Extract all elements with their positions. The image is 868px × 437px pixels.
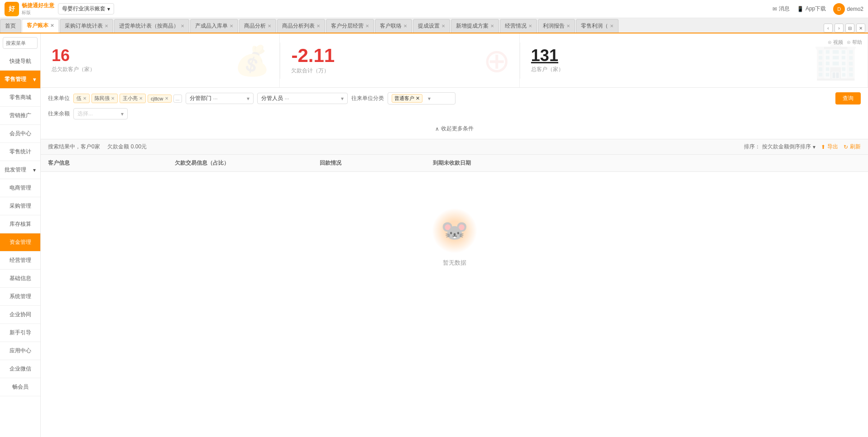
top-bar-right: ✉ 消息 📱 App下载 D demo2 — [772, 3, 863, 15]
tab-customer-contact-close[interactable]: ✕ — [403, 24, 407, 28]
tab-business-status-close[interactable]: ✕ — [528, 24, 532, 28]
tab-incoming-stats-close[interactable]: ✕ — [181, 24, 184, 28]
tab-profit-report-close[interactable]: ✕ — [566, 24, 570, 28]
tab-new-promotion[interactable]: 新增提成方案 ✕ — [451, 19, 499, 33]
tab-profit-report-label: 利润报告 — [543, 22, 565, 30]
sidebar-item-enterprise-wechat[interactable]: 企业微信 — [0, 360, 40, 378]
sidebar-item-quick-nav[interactable]: 快捷导航 — [0, 52, 40, 71]
tab-profit-report[interactable]: 利润报告 ✕ — [538, 19, 575, 33]
sidebar-item-retail-mgmt[interactable]: 零售管理 ▾ — [0, 71, 40, 89]
sidebar-item-purchase[interactable]: 采购管理 — [0, 197, 40, 215]
stat-total-clients-label: 总客户（家） — [531, 66, 564, 73]
sidebar-item-system-label: 系统管理 — [10, 293, 31, 300]
tab-customer-tier-label: 客户分层经营 — [331, 22, 364, 30]
customers-bg-icon: 💰 — [234, 43, 270, 77]
tab-retail-profit[interactable]: 零售利润（ ✕ — [576, 19, 619, 33]
dept-dots: ··· — [213, 95, 218, 102]
tab-business-status[interactable]: 经营情况 ✕ — [500, 19, 537, 33]
sidebar-item-inventory[interactable]: 库存核算 — [0, 215, 40, 233]
stat-actions: ⊙ 视频 ⊙ 帮助 — [828, 39, 862, 46]
tab-next-button[interactable]: › — [834, 24, 844, 33]
unit-type-arrow: ▾ — [428, 95, 431, 102]
tab-home[interactable]: 首页 — [0, 19, 21, 33]
sidebar-item-operations[interactable]: 经营管理 — [0, 252, 40, 270]
tab-accounts[interactable]: 客户账本 ✕ — [22, 19, 59, 33]
search-input[interactable] — [3, 37, 38, 49]
tab-promotion-settings-close[interactable]: ✕ — [441, 24, 445, 28]
top-bar: 好 畅捷通好生意 标版 母婴行业演示账套 ▾ ✉ 消息 📱 App下载 D de… — [0, 0, 868, 18]
account-selector[interactable]: 母婴行业演示账套 ▾ — [58, 3, 114, 14]
tab-customer-tier[interactable]: 客户分层经营 ✕ — [326, 19, 374, 33]
message-icon: ✉ — [772, 6, 777, 12]
sidebar-item-marketing[interactable]: 营销推广 — [0, 107, 40, 125]
remove-tag-cjttcw[interactable]: ✕ — [165, 96, 168, 101]
stats-row: 16 总欠款客户（家） 💰 -2.11 欠款合计（万） ⊕ 131 总客户 — [41, 33, 868, 88]
tab-accounts-close[interactable]: ✕ — [50, 23, 54, 28]
stat-total-debt: -2.11 欠款合计（万） ⊕ — [280, 33, 519, 87]
stat-total-customers-value[interactable]: 16 — [52, 48, 95, 64]
download-icon: 📱 — [797, 6, 804, 12]
results-summary: 搜索结果中，客户0家 欠款金额 0.00元 — [48, 143, 147, 151]
remove-tag-chen[interactable]: ✕ — [111, 96, 115, 101]
tab-product-analysis[interactable]: 商品分析 ✕ — [239, 19, 276, 33]
stat-total-debt-content: -2.11 欠款合计（万） — [291, 46, 335, 75]
sidebar-item-retail-mall-label: 零售商城 — [10, 94, 31, 101]
sidebar-item-app-center[interactable]: 应用中心 — [0, 342, 40, 360]
tab-promotion-settings[interactable]: 提成设置 ✕ — [413, 19, 450, 33]
tab-incoming-stats[interactable]: 进货单统计表（按商品） ✕ — [114, 19, 189, 33]
stat-total-clients: 131 总客户（家） 🏢 ⊙ 视频 ⊙ 帮助 — [520, 33, 868, 87]
tab-customer-tier-close[interactable]: ✕ — [365, 24, 369, 28]
sidebar-item-retail-stats[interactable]: 零售统计 — [0, 143, 40, 161]
help-link[interactable]: ⊙ 帮助 — [847, 39, 862, 46]
stat-total-clients-value[interactable]: 131 — [531, 48, 564, 64]
sidebar-item-basic-info-label: 基础信息 — [10, 275, 31, 282]
sort-selector[interactable]: 排序： 按欠款金额倒序排序 ▾ — [744, 143, 815, 151]
tab-product-instock-close[interactable]: ✕ — [230, 24, 233, 28]
filter-more-btn[interactable]: ... — [173, 95, 182, 103]
query-button[interactable]: 查询 — [835, 92, 861, 104]
tab-product-analysis-list[interactable]: 商品分析列表 ✕ — [277, 19, 325, 33]
tab-product-analysis-close[interactable]: ✕ — [268, 24, 271, 28]
sidebar-item-new-guide[interactable]: 新手引导 — [0, 324, 40, 342]
collapse-button[interactable]: ∧ 收起更多条件 — [435, 123, 474, 134]
stat-total-customers-label: 总欠款客户（家） — [52, 66, 95, 73]
sidebar-item-enterprise-collab[interactable]: 企业协同 — [0, 306, 40, 324]
remove-tag-wang[interactable]: ✕ — [139, 96, 143, 101]
sidebar-item-wholesale[interactable]: 批发管理 ▾ — [0, 161, 40, 179]
remove-unit-type-tag[interactable]: ✕ — [416, 95, 420, 101]
sidebar-item-finance[interactable]: 资金管理 — [0, 233, 40, 252]
tab-prev-button[interactable]: ‹ — [824, 24, 833, 33]
tab-customer-contact[interactable]: 客户联络 ✕ — [375, 19, 412, 33]
remove-tag-wu[interactable]: ✕ — [83, 96, 86, 101]
tab-retail-profit-close[interactable]: ✕ — [610, 24, 614, 28]
tab-business-status-label: 经营情况 — [505, 22, 527, 30]
sidebar-item-members[interactable]: 会员中心 — [0, 125, 40, 143]
unit-type-selector[interactable]: 普通客户 ✕ ▾ — [388, 92, 456, 104]
message-button[interactable]: ✉ 消息 — [772, 5, 790, 13]
tab-close-all-button[interactable]: ✕ — [856, 24, 865, 33]
refresh-button[interactable]: ↻ 刷新 — [844, 143, 861, 151]
video-link[interactable]: ⊙ 视频 — [828, 39, 843, 46]
export-button[interactable]: ⬆ 导出 — [821, 143, 838, 151]
dept-selector[interactable]: 分管部门 ··· ▾ — [186, 93, 254, 104]
main-layout: 快捷导航 零售管理 ▾ 零售商城 营销推广 会员中心 零售统计 批发管理 ▾ 电… — [0, 33, 868, 437]
balance-selector[interactable]: 选择... ▾ — [73, 108, 128, 119]
sidebar-item-ecommerce[interactable]: 电商管理 — [0, 179, 40, 197]
sidebar-item-member-card[interactable]: 畅会员 — [0, 378, 40, 396]
sidebar-item-basic-info[interactable]: 基础信息 — [0, 270, 40, 288]
tab-product-instock[interactable]: 产成品入库单 ✕ — [190, 19, 238, 33]
sidebar-item-retail-mall[interactable]: 零售商城 — [0, 89, 40, 107]
user-menu[interactable]: D demo2 — [833, 3, 863, 15]
sidebar-item-operations-label: 经营管理 — [10, 256, 31, 264]
person-selector[interactable]: 分管人员 ··· ▾ — [257, 93, 348, 104]
sidebar-item-system[interactable]: 系统管理 — [0, 288, 40, 306]
tab-purchase-orders[interactable]: 采购订单统计表 ✕ — [60, 19, 113, 33]
tab-retail-profit-label: 零售利润（ — [581, 22, 608, 30]
app-download-button[interactable]: 📱 App下载 — [797, 5, 826, 13]
user-name: demo2 — [847, 6, 863, 12]
sidebar-item-inventory-label: 库存核算 — [10, 220, 31, 228]
tab-product-analysis-list-close[interactable]: ✕ — [317, 24, 320, 28]
tab-purchase-orders-close[interactable]: ✕ — [105, 24, 108, 28]
tab-collapse-button[interactable]: ⊟ — [845, 24, 854, 33]
tab-new-promotion-close[interactable]: ✕ — [490, 24, 494, 28]
